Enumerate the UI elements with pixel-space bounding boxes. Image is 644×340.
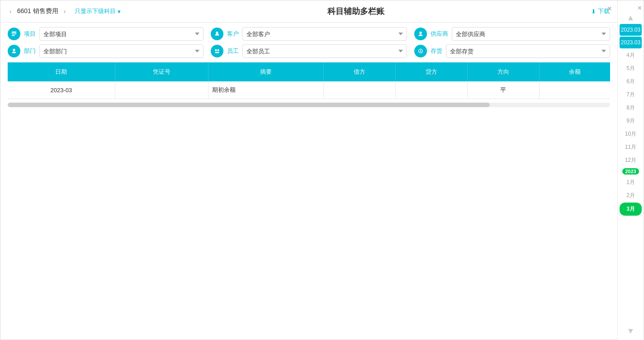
- project-label: 项目: [24, 30, 36, 38]
- customer-label: 客户: [227, 30, 239, 38]
- inventory-icon: [414, 45, 427, 57]
- svg-rect-2: [12, 35, 15, 36]
- department-label: 部门: [24, 47, 36, 55]
- svg-point-3: [419, 32, 421, 34]
- svg-rect-7: [215, 52, 219, 53]
- show-sub-label: 只显示下级科目: [75, 7, 116, 15]
- timeline-item-5[interactable]: 5月: [618, 62, 644, 75]
- main-table: 日期 凭证号 摘要 借方 贷方 方向 余额 2023-03 期初余额 平: [8, 62, 610, 99]
- col-balance: 余额: [539, 62, 610, 81]
- timeline-item-1[interactable]: 1月: [618, 176, 644, 189]
- timeline-item-4[interactable]: 4月: [618, 49, 644, 62]
- project-icon: [8, 28, 20, 40]
- supplier-icon: [414, 28, 427, 40]
- employee-label: 员工: [227, 47, 239, 55]
- customer-icon: [211, 28, 223, 40]
- table-row: 2023-03 期初余额 平: [8, 81, 610, 99]
- timeline-panel: × ▲ 2023.03 2023.03 4月 5月 6月 7月 8月 9月 10…: [617, 0, 644, 340]
- cell-desc: 期初余额: [208, 81, 324, 99]
- filter-area: 项目 全部项目 客户 全部客户 供应商 全部供应商: [0, 23, 644, 62]
- timeline-item-12[interactable]: 12月: [618, 154, 644, 167]
- timeline-item-10[interactable]: 10月: [618, 128, 644, 141]
- close-button[interactable]: ×: [607, 4, 612, 14]
- employee-icon: [211, 45, 223, 57]
- timeline-item-9[interactable]: 9月: [618, 114, 644, 128]
- department-icon: [8, 45, 20, 57]
- inventory-label: 存货: [431, 47, 442, 55]
- table-wrapper: 日期 凭证号 摘要 借方 贷方 方向 余额 2023-03 期初余额 平: [8, 62, 610, 99]
- timeline-item-3-active[interactable]: 3月: [620, 203, 642, 216]
- header: ‹ 6601 销售费用 › 只显示下级科目 ▾ 科目辅助多栏账 ⬇ 下载 🖨 打…: [0, 0, 644, 23]
- page-title: 科目辅助多栏账: [124, 6, 587, 17]
- col-direction: 方向: [467, 62, 539, 81]
- cell-voucher: [115, 81, 208, 99]
- timeline-close-button[interactable]: ×: [638, 4, 642, 12]
- filter-row-supplier: 供应商 全部供应商: [414, 27, 610, 41]
- chevron-down-icon: ▾: [118, 8, 121, 15]
- timeline-item-6[interactable]: 6月: [618, 75, 644, 88]
- cell-date: 2023-03: [8, 81, 115, 99]
- employee-select[interactable]: 全部员工: [242, 44, 407, 58]
- scrollbar-thumb[interactable]: [8, 103, 490, 107]
- timeline-scroll-down[interactable]: ▼: [626, 326, 636, 337]
- timeline-item-7[interactable]: 7月: [618, 88, 644, 101]
- filter-row-department: 部门 全部部门: [8, 44, 204, 58]
- table-header-row: 日期 凭证号 摘要 借方 贷方 方向 余额: [8, 62, 610, 81]
- timeline-scroll-up[interactable]: ▲: [626, 12, 636, 24]
- svg-rect-5: [215, 49, 217, 51]
- col-credit: 贷方: [395, 62, 467, 81]
- supplier-label: 供应商: [431, 30, 448, 38]
- horizontal-scrollbar[interactable]: [8, 103, 610, 107]
- project-select[interactable]: 全部项目: [39, 27, 204, 41]
- cell-balance: [539, 81, 610, 99]
- cell-debit: [324, 81, 396, 99]
- customer-select[interactable]: 全部客户: [242, 27, 407, 41]
- filter-row-employee: 员工 全部员工: [211, 44, 407, 58]
- timeline-item-2023-03-1[interactable]: 2023.03: [620, 24, 642, 36]
- svg-rect-1: [12, 33, 17, 34]
- show-sub-button[interactable]: 只显示下级科目 ▾: [75, 7, 121, 15]
- year-badge-2023: 2023: [622, 168, 639, 175]
- timeline-item-11[interactable]: 11月: [618, 141, 644, 154]
- svg-point-4: [13, 49, 15, 51]
- prev-account-button[interactable]: ‹: [8, 7, 14, 16]
- main-container: × ‹ 6601 销售费用 › 只显示下级科目 ▾ 科目辅助多栏账 ⬇ 下载 🖨…: [0, 0, 644, 340]
- col-desc: 摘要: [208, 62, 324, 81]
- col-voucher: 凭证号: [115, 62, 208, 81]
- filter-row-inventory: 存货 全部存货: [414, 44, 610, 58]
- timeline-item-8[interactable]: 8月: [618, 101, 644, 114]
- cell-direction: 平: [467, 81, 539, 99]
- svg-rect-6: [218, 49, 219, 51]
- supplier-select[interactable]: 全部供应商: [452, 27, 610, 41]
- col-debit: 借方: [324, 62, 396, 81]
- download-icon: ⬇: [591, 8, 596, 15]
- inventory-select[interactable]: 全部存货: [446, 44, 610, 58]
- department-select[interactable]: 全部部门: [39, 44, 204, 58]
- svg-rect-0: [12, 32, 17, 33]
- filter-row-project: 项目 全部项目: [8, 27, 204, 41]
- cell-credit: [395, 81, 467, 99]
- timeline-item-2023-03-2[interactable]: 2023.03: [620, 37, 642, 48]
- timeline-item-2[interactable]: 2月: [618, 189, 644, 202]
- next-account-button[interactable]: ›: [62, 7, 68, 16]
- account-code: 6601 销售费用: [17, 7, 58, 15]
- col-date: 日期: [8, 62, 115, 81]
- filter-row-customer: 客户 全部客户: [211, 27, 407, 41]
